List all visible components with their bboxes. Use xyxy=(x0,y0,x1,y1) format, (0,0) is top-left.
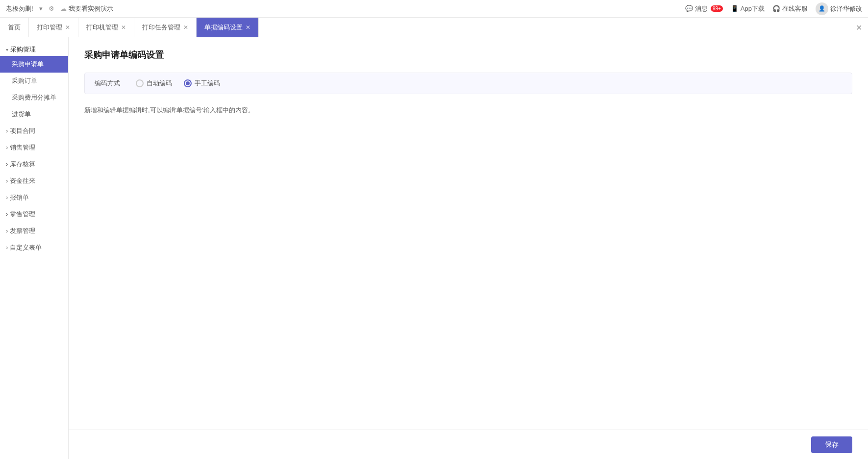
sidebar-group-returns[interactable]: › 报销单 xyxy=(0,189,68,206)
cloud-icon: ☁ xyxy=(60,5,67,12)
sidebar-group-purchase-label: 采购管理 xyxy=(10,45,36,54)
sidebar-group-project-contract-label: 项目合同 xyxy=(10,127,35,134)
sidebar-group-retail[interactable]: › 零售管理 xyxy=(0,206,68,223)
user-name: 徐泽华修改 xyxy=(830,4,862,13)
manual-coding-radio[interactable] xyxy=(184,79,192,87)
tab-printer-mgmt-label: 打印机管理 xyxy=(86,23,118,32)
close-all-tabs-icon[interactable]: ✕ xyxy=(856,23,862,32)
message-button[interactable]: 💬 消息 99+ xyxy=(685,4,723,13)
app-download-label: App下载 xyxy=(741,4,765,13)
message-label: 消息 xyxy=(695,4,708,13)
tab-barcode-settings-label: 单据编码设置 xyxy=(204,23,243,32)
settings-icon[interactable]: ⚙ xyxy=(49,5,54,12)
sidebar-group-capital-label: 资金往来 xyxy=(10,177,35,184)
custom-forms-expand-icon: › xyxy=(6,244,10,251)
sidebar-item-purchase-request[interactable]: 采购申请单 xyxy=(0,56,68,73)
inventory-expand-icon: › xyxy=(6,160,10,168)
tab-print-task-mgmt-label: 打印任务管理 xyxy=(142,23,180,32)
sidebar-item-stock-in-label: 进货单 xyxy=(12,110,31,118)
tab-barcode-settings-close[interactable]: ✕ xyxy=(246,25,250,30)
demo-text: 我要看实例演示 xyxy=(69,4,113,13)
tab-home[interactable]: 首页 xyxy=(0,18,29,37)
top-bar: 老板勿删! ▾ ⚙ ☁ 我要看实例演示 💬 消息 99+ 📱 App下载 🎧 在… xyxy=(0,0,868,18)
chevron-down-icon[interactable]: ▾ xyxy=(39,5,43,12)
tab-print-task-mgmt-close[interactable]: ✕ xyxy=(183,25,188,30)
sidebar-group-inventory[interactable]: › 库存核算 xyxy=(0,156,68,173)
sidebar-group-project-contract[interactable]: › 项目合同 xyxy=(0,123,68,139)
user-profile-button[interactable]: 👤 徐泽华修改 xyxy=(816,2,862,15)
coding-method-label: 编码方式 xyxy=(95,79,120,88)
sidebar: ▾ 采购管理 采购申请单 采购订单 采购费用分摊单 进货单 › 项目合同 › 销… xyxy=(0,37,69,459)
sidebar-item-purchase-order-label: 采购订单 xyxy=(12,77,37,84)
retail-expand-icon: › xyxy=(6,210,10,218)
sidebar-group-invoice[interactable]: › 发票管理 xyxy=(0,223,68,239)
main-layout: ▾ 采购管理 采购申请单 采购订单 采购费用分摊单 进货单 › 项目合同 › 销… xyxy=(0,37,868,459)
purchase-expand-icon: ▾ xyxy=(6,47,8,52)
sidebar-group-sales-mgmt-label: 销售管理 xyxy=(10,144,35,151)
returns-expand-icon: › xyxy=(6,194,10,201)
sidebar-group-sales-mgmt[interactable]: › 销售管理 xyxy=(0,139,68,156)
auto-coding-radio[interactable] xyxy=(136,79,144,87)
tab-home-label: 首页 xyxy=(8,23,21,32)
avatar: 👤 xyxy=(816,2,828,15)
content-area: 采购申请单编码设置 编码方式 自动编码 手工编码 xyxy=(69,37,868,459)
auto-coding-option[interactable]: 自动编码 xyxy=(136,79,172,88)
brand-label: 老板勿删! xyxy=(6,4,33,13)
coding-section: 编码方式 自动编码 手工编码 xyxy=(84,73,852,94)
sidebar-group-retail-label: 零售管理 xyxy=(10,210,35,218)
online-service-label: 在线客服 xyxy=(782,4,808,13)
sidebar-item-purchase-expense-label: 采购费用分摊单 xyxy=(12,94,56,101)
capital-expand-icon: › xyxy=(6,177,10,184)
project-contract-expand-icon: › xyxy=(6,127,10,134)
headset-icon: 🎧 xyxy=(772,5,780,12)
manual-coding-option[interactable]: 手工编码 xyxy=(184,79,220,88)
content-inner: 采购申请单编码设置 编码方式 自动编码 手工编码 xyxy=(69,37,868,430)
demo-link[interactable]: ☁ 我要看实例演示 xyxy=(60,4,113,13)
tab-print-mgmt[interactable]: 打印管理 ✕ xyxy=(29,18,78,37)
sidebar-group-returns-label: 报销单 xyxy=(10,194,29,201)
tab-bar: 首页 打印管理 ✕ 打印机管理 ✕ 打印任务管理 ✕ 单据编码设置 ✕ ✕ xyxy=(0,18,868,37)
message-badge: 99+ xyxy=(711,5,723,12)
tab-print-mgmt-label: 打印管理 xyxy=(37,23,62,32)
tab-printer-mgmt[interactable]: 打印机管理 ✕ xyxy=(78,18,134,37)
tab-print-task-mgmt[interactable]: 打印任务管理 ✕ xyxy=(134,18,197,37)
sidebar-group-capital[interactable]: › 资金往来 xyxy=(0,173,68,189)
invoice-expand-icon: › xyxy=(6,227,10,234)
sidebar-item-purchase-order[interactable]: 采购订单 xyxy=(0,73,68,89)
tab-barcode-settings[interactable]: 单据编码设置 ✕ xyxy=(197,18,259,37)
sidebar-item-purchase-request-label: 采购申请单 xyxy=(12,60,44,68)
manual-coding-label: 手工编码 xyxy=(195,79,220,88)
app-download-button[interactable]: 📱 App下载 xyxy=(731,4,765,13)
message-icon: 💬 xyxy=(685,5,693,12)
sales-mgmt-expand-icon: › xyxy=(6,144,10,151)
save-button[interactable]: 保存 xyxy=(811,436,852,453)
tab-printer-mgmt-close[interactable]: ✕ xyxy=(121,25,126,30)
page-title: 采购申请单编码设置 xyxy=(84,49,852,61)
top-bar-left: 老板勿删! ▾ ⚙ ☁ 我要看实例演示 xyxy=(6,4,113,13)
sidebar-group-inventory-label: 库存核算 xyxy=(10,160,35,168)
sidebar-group-custom-forms[interactable]: › 自定义表单 xyxy=(0,239,68,256)
auto-coding-label: 自动编码 xyxy=(147,79,172,88)
tab-print-mgmt-close[interactable]: ✕ xyxy=(65,25,70,30)
app-download-icon: 📱 xyxy=(731,5,739,12)
sidebar-item-purchase-expense[interactable]: 采购费用分摊单 xyxy=(0,89,68,106)
footer-bar: 保存 xyxy=(69,430,868,459)
sidebar-group-custom-forms-label: 自定义表单 xyxy=(10,244,42,251)
sidebar-item-stock-in[interactable]: 进货单 xyxy=(0,106,68,123)
online-service-button[interactable]: 🎧 在线客服 xyxy=(772,4,808,13)
coding-radio-group: 自动编码 手工编码 xyxy=(136,79,220,88)
top-bar-right: 💬 消息 99+ 📱 App下载 🎧 在线客服 👤 徐泽华修改 xyxy=(685,2,862,15)
info-text: 新增和编辑单据编辑时,可以编辑'单据编号'输入框中的内容。 xyxy=(84,104,852,117)
sidebar-group-purchase[interactable]: ▾ 采购管理 xyxy=(0,41,68,56)
sidebar-group-invoice-label: 发票管理 xyxy=(10,227,35,234)
